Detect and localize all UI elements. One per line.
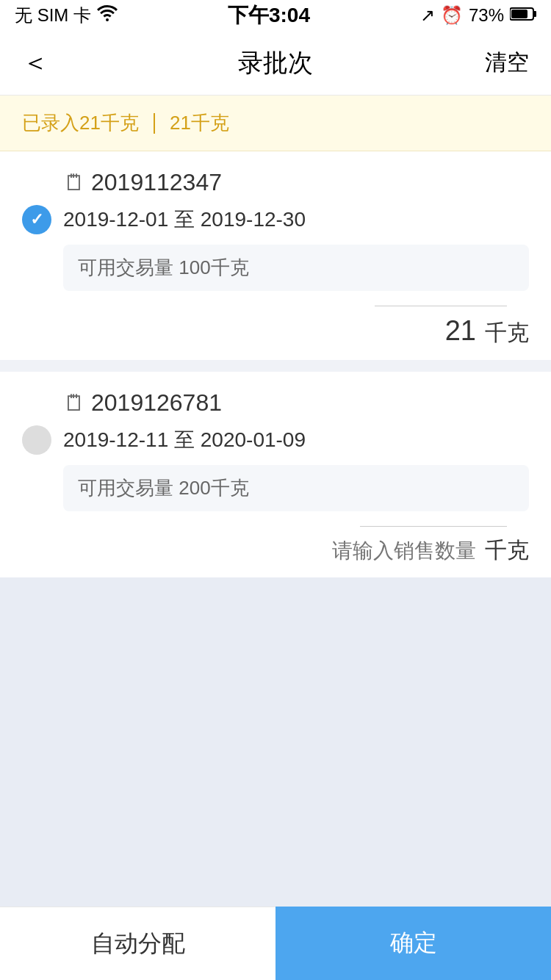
batch-item-1: 🗒 2019112347 ✓ 2019-12-01 至 2019-12-30 可… — [0, 151, 551, 306]
confirm-button[interactable]: 确定 — [276, 907, 551, 980]
batch1-doc-icon: 🗒 — [63, 170, 85, 195]
status-time: 下午3:04 — [228, 1, 310, 29]
bottom-bar: 自动分配 确定 — [0, 907, 551, 980]
batch2-date: 2019-12-11 至 2020-01-09 — [63, 426, 306, 454]
batch2-input-row: 千克 — [22, 527, 529, 572]
batch2-qty-input[interactable] — [270, 539, 476, 563]
info-divider — [154, 113, 155, 134]
clear-button[interactable]: 清空 — [485, 48, 529, 78]
battery-icon — [510, 5, 536, 26]
batch1-amount-row: 21 千克 — [22, 306, 529, 354]
status-right: ↗ ⏰ 73% — [420, 5, 536, 26]
svg-rect-1 — [533, 11, 536, 17]
batch2-qty-box: 可用交易量 200千克 — [63, 465, 529, 511]
batch2-input-unit: 千克 — [485, 536, 529, 566]
info-label: 已录入21千克 — [22, 110, 139, 136]
empty-gray-area — [0, 577, 551, 907]
batch1-checkbox[interactable]: ✓ — [22, 205, 51, 234]
wifi-icon — [97, 5, 118, 26]
batch1-id: 2019112347 — [91, 169, 222, 196]
back-button[interactable]: ＜ — [22, 45, 66, 81]
section-divider — [0, 360, 551, 372]
batch2-doc-icon: 🗒 — [63, 391, 85, 416]
alarm-icon: ⏰ — [441, 5, 463, 26]
info-banner: 已录入21千克 21千克 — [0, 96, 551, 151]
location-icon: ↗ — [420, 5, 435, 26]
nav-bar: ＜ 录批次 清空 — [0, 31, 551, 96]
batch1-amount-unit: 千克 — [485, 318, 529, 348]
batch2-input-container: 千克 — [0, 526, 551, 577]
sim-label: 无 SIM 卡 — [15, 4, 91, 27]
batch2-id: 2019126781 — [91, 389, 222, 417]
batch-item-2: 🗒 2019126781 2019-12-11 至 2020-01-09 可用交… — [0, 372, 551, 526]
batch2-date-row: 2019-12-11 至 2020-01-09 — [22, 425, 529, 455]
page-title: 录批次 — [238, 46, 313, 80]
info-value: 21千克 — [170, 110, 229, 136]
batch2-checkbox[interactable] — [22, 425, 51, 455]
batch1-amount-container: 21 千克 — [0, 306, 551, 360]
batch1-date: 2019-12-01 至 2019-12-30 — [63, 206, 306, 234]
svg-rect-2 — [511, 10, 527, 18]
batch1-amount-value: 21 — [445, 315, 476, 347]
batch2-id-row: 🗒 2019126781 — [22, 389, 529, 417]
status-left: 无 SIM 卡 — [15, 4, 118, 27]
check-icon: ✓ — [30, 210, 43, 229]
batch1-id-row: 🗒 2019112347 — [22, 169, 529, 196]
status-bar: 无 SIM 卡 下午3:04 ↗ ⏰ 73% — [0, 0, 551, 31]
battery-percent: 73% — [469, 5, 504, 26]
batch1-date-row: ✓ 2019-12-01 至 2019-12-30 — [22, 205, 529, 234]
auto-distribute-button[interactable]: 自动分配 — [0, 907, 276, 980]
batch1-qty-box: 可用交易量 100千克 — [63, 245, 529, 291]
